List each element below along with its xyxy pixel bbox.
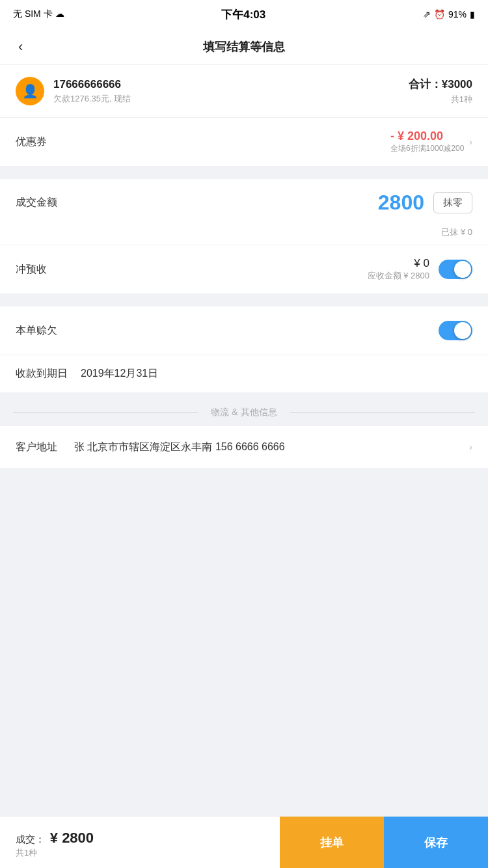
prepay-toggle[interactable] <box>439 260 472 279</box>
duedate-value: 2019年12月31日 <box>81 367 158 381</box>
address-chevron-icon: › <box>469 442 472 452</box>
avatar: 👤 <box>16 77 44 105</box>
bottom-bar: 成交： ¥ 2800 共1种 挂单 保存 <box>0 816 488 868</box>
bottom-summary: 成交： ¥ 2800 共1种 <box>0 817 280 868</box>
coupon-label: 优惠券 <box>16 135 47 149</box>
prepay-amount-wrap: ¥ 0 应收金额 ¥ 2800 <box>368 257 429 282</box>
customer-sub: 欠款1276.35元, 现结 <box>53 93 131 105</box>
owing-label: 本单赊欠 <box>16 324 57 338</box>
location-icon: ⇗ <box>423 9 431 20</box>
save-button[interactable]: 保存 <box>384 817 488 868</box>
section-divider-2 <box>0 300 488 306</box>
deal-amount-value: 2800 <box>378 191 424 215</box>
bottom-deal-amount: ¥ 2800 <box>50 830 94 846</box>
round-button[interactable]: 抹零 <box>433 192 472 213</box>
battery-label: 91% <box>448 9 467 20</box>
coupon-row[interactable]: 优惠券 - ¥ 200.00 全场6折满1000减200 › <box>0 117 488 166</box>
coupon-amount: - ¥ 200.00 <box>390 129 464 143</box>
customer-section: 👤 17666666666 欠款1276.35元, 现结 合计：¥3000 共1… <box>0 65 488 166</box>
toggle-thumb <box>454 261 471 278</box>
avatar-icon: 👤 <box>22 83 38 99</box>
nav-bar: ‹ 填写结算等信息 <box>0 29 488 65</box>
prepay-row: 冲预收 ¥ 0 应收金额 ¥ 2800 <box>0 245 488 293</box>
customer-left: 👤 17666666666 欠款1276.35元, 现结 <box>16 77 131 105</box>
deal-amount-row: 成交金额 2800 抹零 <box>0 179 488 226</box>
prepay-amount: ¥ 0 <box>368 257 429 270</box>
alarm-icon: ⏰ <box>434 9 445 20</box>
owing-section: 本单赊欠 收款到期日 2019年12月31日 <box>0 306 488 392</box>
owing-row: 本单赊欠 <box>0 306 488 355</box>
coupon-desc: 全场6折满1000减200 <box>390 143 464 154</box>
hang-button[interactable]: 挂单 <box>280 817 384 868</box>
address-value: 张 北京市市辖区海淀区永丰南 156 6666 6666 <box>74 439 469 455</box>
deal-right: 2800 抹零 <box>378 191 472 215</box>
back-button[interactable]: ‹ <box>13 33 28 61</box>
prepay-label: 冲预收 <box>16 263 47 277</box>
customer-info: 17666666666 欠款1276.35元, 现结 <box>53 78 131 105</box>
address-label: 客户地址 <box>16 441 61 454</box>
logistics-label: 物流 & 其他信息 <box>211 407 277 418</box>
deal-sub-text: 已抹 ¥ 0 <box>0 226 488 245</box>
customer-count: 共1种 <box>409 94 472 105</box>
prepay-sub: 应收金额 ¥ 2800 <box>368 270 429 282</box>
deal-section: 成交金额 2800 抹零 已抹 ¥ 0 冲预收 ¥ 0 应收金额 ¥ 2800 <box>0 179 488 293</box>
bottom-count: 共1种 <box>16 847 280 859</box>
customer-phone: 17666666666 <box>53 78 131 91</box>
logistics-divider: 物流 & 其他信息 <box>0 399 488 426</box>
bottom-deal-row: 成交： ¥ 2800 <box>16 826 280 847</box>
owing-toggle-thumb <box>454 322 471 339</box>
battery-icon: ▮ <box>470 9 475 20</box>
bottom-spacer <box>0 468 488 526</box>
status-time: 下午4:03 <box>221 7 265 22</box>
status-right: ⇗ ⏰ 91% ▮ <box>423 9 475 20</box>
customer-total: 合计：¥3000 <box>409 77 472 92</box>
bottom-deal-label: 成交： <box>16 834 45 845</box>
customer-row: 👤 17666666666 欠款1276.35元, 现结 合计：¥3000 共1… <box>0 65 488 117</box>
section-divider-1 <box>0 172 488 179</box>
status-left: 无 SIM 卡 ☁ <box>13 8 64 20</box>
sim-label: 无 SIM 卡 ☁ <box>13 8 64 20</box>
customer-right: 合计：¥3000 共1种 <box>409 77 472 105</box>
divider-line-right <box>290 413 475 413</box>
page-title: 填写结算等信息 <box>203 39 285 55</box>
prepay-right: ¥ 0 应收金额 ¥ 2800 <box>368 257 472 282</box>
duedate-label: 收款到期日 <box>16 367 68 381</box>
coupon-amount-wrap: - ¥ 200.00 全场6折满1000减200 <box>390 129 464 154</box>
coupon-right: - ¥ 200.00 全场6折满1000减200 › <box>390 129 472 154</box>
divider-line-left <box>13 413 198 413</box>
duedate-row: 收款到期日 2019年12月31日 <box>0 355 488 392</box>
address-row[interactable]: 客户地址 张 北京市市辖区海淀区永丰南 156 6666 6666 › <box>0 426 488 468</box>
status-bar: 无 SIM 卡 ☁ 下午4:03 ⇗ ⏰ 91% ▮ <box>0 0 488 29</box>
chevron-right-icon: › <box>469 137 472 147</box>
deal-label: 成交金额 <box>16 196 57 210</box>
owing-toggle[interactable] <box>439 321 472 340</box>
